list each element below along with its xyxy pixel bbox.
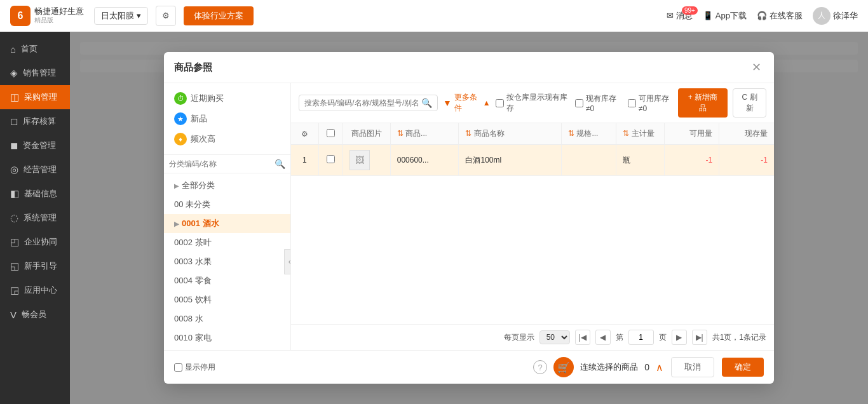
- sidebar-label: 畅会员: [22, 309, 46, 320]
- row-checkbox[interactable]: [327, 155, 335, 163]
- col-header-spec[interactable]: ⇅ 规格...: [562, 123, 616, 145]
- logo-icon: 6: [10, 6, 31, 26]
- operation-icon: ◎: [10, 164, 18, 175]
- confirm-button[interactable]: 确定: [722, 358, 764, 377]
- pagination-bar: 每页显示 50 |◀ ◀ 第 页 ▶ ▶| 共1页，1条记录: [291, 324, 774, 350]
- sidebar-item-operation[interactable]: ◎ 经营管理: [0, 158, 70, 182]
- filter-button[interactable]: ▼ 更多条件 ▲: [443, 92, 491, 114]
- sidebar-item-enterprise[interactable]: ◰ 企业协同: [0, 230, 70, 254]
- warehouse-check-label[interactable]: 按仓库显示现有库存: [496, 92, 567, 114]
- row-unit: 瓶: [616, 145, 665, 176]
- sidebar-label: 采购管理: [24, 91, 57, 103]
- sidebar-label: 资金管理: [23, 140, 56, 151]
- product-table-container: ⚙ 商品图片: [291, 123, 774, 324]
- sidebar-item-purchase[interactable]: ◫ 采购管理: [0, 85, 70, 109]
- row-checkbox-cell[interactable]: [318, 145, 343, 176]
- chevron-down-icon: ▾: [137, 11, 141, 20]
- collapse-arrow-button[interactable]: ∧: [656, 361, 663, 374]
- search-icon[interactable]: 🔍: [421, 98, 432, 108]
- avail-ne-check-label[interactable]: 可用库存≠0: [628, 93, 673, 113]
- row-image-cell: 🖼: [343, 145, 390, 176]
- first-page-button[interactable]: |◀: [575, 330, 590, 345]
- category-item-beverage[interactable]: 0005 饮料: [164, 290, 290, 309]
- sidebar-label: 经营管理: [24, 164, 57, 175]
- cancel-button[interactable]: 取消: [671, 357, 714, 377]
- avail-ne-checkbox[interactable]: [628, 99, 636, 107]
- sidebar-item-basic[interactable]: ◧ 基础信息: [0, 182, 70, 206]
- search-icon[interactable]: 🔍: [275, 159, 285, 169]
- stock-ne-check-label[interactable]: 现有库存≠0: [575, 93, 620, 113]
- category-list: ▶ 全部分类 00 未分类 ▶ 0001 酒水: [164, 173, 290, 350]
- category-item-fruit[interactable]: 0003 水果: [164, 252, 290, 271]
- cart-button[interactable]: 🛒: [553, 357, 574, 377]
- collapse-panel-button[interactable]: «: [284, 249, 290, 274]
- headset-icon: 🎧: [757, 11, 767, 20]
- app-download-nav[interactable]: 📱 App下载: [703, 10, 747, 22]
- main-content: 商品参照 ✕ ⏱ 近期购买 ★ 新: [70, 32, 868, 404]
- sort-icon: ⇅: [568, 129, 574, 138]
- online-service-nav[interactable]: 🎧 在线客服: [757, 10, 803, 22]
- sidebar-item-home[interactable]: ⌂ 首页: [0, 37, 70, 61]
- basic-icon: ◧: [10, 188, 19, 199]
- category-item-appliance[interactable]: 0010 家电: [164, 328, 290, 347]
- stock-ne-checkbox[interactable]: [575, 99, 583, 107]
- row-num: 1: [291, 145, 318, 176]
- recent-icon: ⏱: [174, 92, 187, 105]
- quick-recent[interactable]: ⏱ 近期购买: [169, 88, 285, 109]
- col-header-unit[interactable]: ⇅ 主计量: [616, 123, 665, 145]
- sidebar-item-sales[interactable]: ◈ 销售管理: [0, 61, 70, 85]
- select-all-checkbox[interactable]: [327, 129, 335, 137]
- help-icon[interactable]: ?: [533, 360, 547, 374]
- right-toolbar: 🔍 ▼ 更多条件 ▲ 按仓库显示现有库存: [291, 83, 774, 123]
- sort-icon: ⇅: [465, 129, 471, 138]
- refresh-button[interactable]: C 刷新: [733, 88, 766, 118]
- sidebar-item-apps[interactable]: ◲ 应用中心: [0, 278, 70, 302]
- modal-title: 商品参照: [174, 62, 212, 74]
- product-search-input[interactable]: [304, 98, 419, 107]
- category-item-uncategorized[interactable]: 00 未分类: [164, 195, 290, 214]
- product-modal: 商品参照 ✕ ⏱ 近期购买 ★ 新: [164, 52, 774, 384]
- sidebar-item-member[interactable]: V 畅会员: [0, 302, 70, 327]
- page-size-select[interactable]: 50: [539, 330, 570, 344]
- next-page-button[interactable]: ▶: [672, 330, 687, 345]
- category-item-liquor[interactable]: ▶ 0001 酒水: [164, 214, 290, 233]
- page-input[interactable]: [628, 330, 654, 345]
- category-item-water[interactable]: 0008 水: [164, 309, 290, 328]
- sort-icon: ⇅: [397, 129, 403, 138]
- filter-icon: ▼: [443, 98, 452, 108]
- page-label: 第: [616, 332, 623, 343]
- category-item-all[interactable]: ▶ 全部分类: [164, 176, 290, 195]
- prev-page-button[interactable]: ◀: [595, 330, 611, 345]
- inventory-icon: ◻: [10, 116, 18, 127]
- right-panel: 🔍 ▼ 更多条件 ▲ 按仓库显示现有库存: [291, 83, 774, 350]
- quick-freq[interactable]: ♦ 频次高: [169, 129, 285, 149]
- store-selector[interactable]: 日太阳膜 ▾: [94, 7, 148, 25]
- user-menu[interactable]: 人 徐泽华: [813, 7, 858, 25]
- sidebar-item-system[interactable]: ◌ 系统管理: [0, 206, 70, 230]
- settings-icon[interactable]: ⚙: [301, 130, 308, 138]
- show-disabled-label: 显示停用: [185, 362, 215, 373]
- messages-nav[interactable]: ✉ 99+ 消息: [667, 10, 693, 22]
- category-item-tea[interactable]: 0002 茶叶: [164, 233, 290, 252]
- topnav-right: ✉ 99+ 消息 📱 App下载 🎧 在线客服 人 徐泽华: [667, 7, 858, 25]
- trial-button[interactable]: 体验行业方案: [184, 6, 254, 25]
- show-disabled-checkbox[interactable]: [174, 363, 182, 372]
- col-header-code[interactable]: ⇅ 商品...: [390, 123, 459, 145]
- warehouse-checkbox[interactable]: [496, 99, 504, 107]
- last-page-button[interactable]: ▶|: [692, 330, 707, 345]
- sidebar-item-guide[interactable]: ◱ 新手引导: [0, 254, 70, 278]
- add-product-button[interactable]: + 新增商品: [678, 88, 728, 118]
- category-item-snack[interactable]: 0004 零食: [164, 271, 290, 290]
- quick-new[interactable]: ★ 新品: [169, 109, 285, 129]
- member-icon: V: [10, 309, 17, 320]
- sidebar-item-inventory[interactable]: ◻ 库存核算: [0, 109, 70, 133]
- sidebar-item-finance[interactable]: ◼ 资金管理: [0, 133, 70, 158]
- col-header-name[interactable]: ⇅ 商品名称: [459, 123, 562, 145]
- modal-close-button[interactable]: ✕: [749, 60, 764, 75]
- message-icon: ✉: [667, 11, 674, 20]
- table-row[interactable]: 1 🖼: [291, 145, 774, 176]
- col-header-checkbox: [318, 123, 343, 145]
- gear-button[interactable]: ⚙: [156, 6, 176, 26]
- sidebar: ⌂ 首页 ◈ 销售管理 ◫ 采购管理 ◻ 库存核算 ◼ 资金管理 ◎ 经营管理 …: [0, 32, 70, 404]
- category-search-input[interactable]: [169, 159, 272, 168]
